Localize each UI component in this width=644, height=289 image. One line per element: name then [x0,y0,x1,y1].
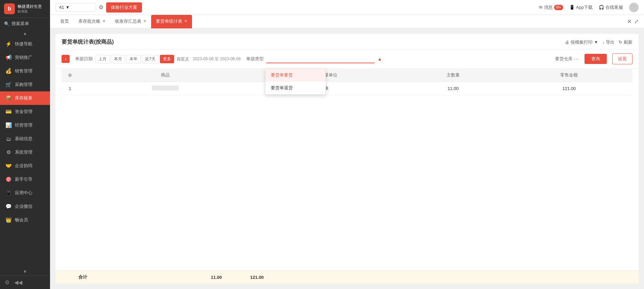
sidebar-item-label: 系统管理 [15,149,32,155]
sidebar-item-label: 销售管理 [15,68,32,74]
quick-nav-icon: ⚡ [5,41,11,47]
warehouse-filter-more[interactable]: ··· [574,55,579,63]
tabbar-actions: ✕ ⤢ [627,18,639,25]
date-custom-btn[interactable]: 自定义 [177,56,189,62]
date-range-display: 2023-05-06 至 2023-06-06 [193,56,241,62]
tab-recv-summary[interactable]: 收发存汇总表 ✕ [110,15,151,28]
tab-inventory-batch[interactable]: 库存批次账 ✕ [74,15,110,28]
sidebar-item-system[interactable]: ⚙ 系统管理 [0,146,50,159]
topbar: 41 ▼ ⚙ 体验行业方案 ✉ 消息 99+ 📱 App下载 🎧 在线客服 [50,0,644,15]
support-item[interactable]: 🎧 在线客服 [599,4,623,10]
sidebar-item-operations[interactable]: 📊 经营管理 [0,118,50,132]
sidebar-item-label: 快捷导航 [15,41,32,47]
type-filter-group: 单据类型 ▲ [246,55,550,63]
type-filter-input[interactable] [266,55,375,63]
sidebar-item-member[interactable]: 👑 畅会员 [0,213,50,227]
sidebar-item-guide[interactable]: 🎯 新手引导 [0,173,50,186]
date-btn-more[interactable]: 更多 [160,55,174,63]
print-action[interactable]: 🖨 按模板打印 ▼ [565,39,598,45]
table-container: ⚙ 商品 主计量单位 主数量 零售金额 1 [55,69,639,270]
topbar-left: 41 ▼ ⚙ 体验行业方案 [55,2,535,13]
system-icon: ⚙ [5,149,11,155]
header-actions: 🖨 按模板打印 ▼ ↓ 导出 ↻ 刷新 [565,39,633,45]
date-btn-this-month[interactable]: 本月 [111,55,125,63]
col-qty: 主数量 [401,69,506,82]
table-body: 1 块 11.00 121.00 [62,82,633,95]
tab-order-summary[interactable]: 要货单统计表 ✕ [151,15,192,28]
search-label: 搜索菜单 [11,21,29,27]
sidebar-collapse-icon[interactable]: ◀◀ [14,279,22,286]
sidebar-item-label: 经营管理 [15,122,32,128]
refresh-action[interactable]: ↻ 刷新 [619,39,633,45]
content-area: 要货单统计表(按商品) 🖨 按模板打印 ▼ ↓ 导出 ↻ 刷新 [50,28,644,289]
tab-recv-summary-label: 收发存汇总表 [115,18,141,24]
operations-icon: 📊 [5,122,11,128]
trial-button[interactable]: 体验行业方案 [106,2,142,13]
sidebar-settings-icon[interactable]: ⚙ [5,279,9,286]
query-button[interactable]: 查询 [585,54,607,64]
dropdown-item-order-return[interactable]: 要货单退货 [265,82,326,94]
sidebar-item-label: 采购管理 [15,82,32,88]
store-selector[interactable]: 41 ▼ [55,3,96,12]
app-download-icon: 📱 [569,5,575,10]
type-filter-arrow[interactable]: ▲ [377,56,382,62]
sales-icon: 💰 [5,68,11,74]
sidebar-search[interactable]: 🔍 搜索菜单 [0,18,50,29]
messages-item[interactable]: ✉ 消息 99+ [539,4,563,10]
date-filter-label: 单据日期 [75,56,93,62]
topbar-settings-icon[interactable]: ⚙ [99,4,103,10]
tab-recv-summary-close[interactable]: ✕ [143,19,146,23]
sidebar-item-sales[interactable]: 💰 销售管理 [0,64,50,78]
finance-icon: 💳 [5,109,11,115]
sidebar-item-label: 企业微信 [15,203,32,209]
dropdown-item-order-goods[interactable]: 要货单要货 [265,69,326,82]
col-amount: 零售金额 [506,69,633,82]
sidebar-scroll-down[interactable]: ▼ [0,268,50,275]
type-filter-label: 单据类型 [246,56,264,62]
tab-inventory-batch-close[interactable]: ✕ [102,19,105,23]
export-action[interactable]: ↓ 导出 [602,39,615,45]
date-btn-7days[interactable]: 近7天 [142,55,159,63]
date-options: 上月 本月 本年 近7天 更多 [95,55,174,63]
logo-text: 畅捷通好生意 标准版 [18,4,42,14]
footer-qty: 11.00 [196,275,237,280]
tab-order-summary-close[interactable]: ✕ [184,19,187,23]
table-header: ⚙ 商品 主计量单位 主数量 零售金额 [62,69,633,82]
sidebar-item-app-center[interactable]: 📱 应用中心 [0,186,50,200]
sidebar-scroll-up[interactable]: ▲ [0,29,50,37]
app-download-item[interactable]: 📱 App下载 [569,4,593,10]
app-center-icon: 📱 [5,190,11,196]
filter-expand-button[interactable]: › [62,55,70,63]
tab-expand-button[interactable]: ⤢ [634,18,639,25]
sidebar-item-enterprise[interactable]: 🤝 企业协同 [0,159,50,173]
table-settings-icon[interactable]: ⚙ [68,73,72,78]
sidebar-item-base-info[interactable]: 🗂 基础信息 [0,132,50,146]
avatar[interactable] [629,3,639,12]
tab-close-all-button[interactable]: ✕ [627,18,631,25]
date-filter-group: 单据日期 上月 本月 本年 近7天 更多 自定义 2023-05-06 至 20… [75,55,241,63]
tab-order-summary-label: 要货单统计表 [156,18,182,24]
sidebar-item-label: 营销推广 [15,54,32,61]
base-info-icon: 🗂 [5,136,11,142]
sidebar-item-label: 企业协同 [15,163,32,169]
date-btn-last-month[interactable]: 上月 [95,55,110,63]
sidebar-item-purchase[interactable]: 🛒 采购管理 [0,78,50,91]
product-name-placeholder [152,86,179,90]
sidebar-item-finance[interactable]: 💳 资金管理 [0,105,50,118]
sidebar-item-marketing[interactable]: 📢 营销推广 [0,51,50,64]
purchase-icon: 🛒 [5,82,11,88]
enterprise-icon: 🤝 [5,163,11,169]
data-table: ⚙ 商品 主计量单位 主数量 零售金额 1 [62,69,633,95]
main-area: 41 ▼ ⚙ 体验行业方案 ✉ 消息 99+ 📱 App下载 🎧 在线客服 [50,0,644,289]
col-settings[interactable]: ⚙ [62,69,78,82]
date-btn-this-year[interactable]: 本年 [126,55,141,63]
member-icon: 👑 [5,217,11,223]
tab-home[interactable]: 首页 [55,15,74,28]
support-icon: 🎧 [599,5,604,10]
sidebar-item-quick-nav[interactable]: ⚡ 快捷导航 [0,37,50,51]
store-dropdown-icon: ▼ [65,5,70,10]
sidebar-item-inventory[interactable]: 📦 库存核算 [0,91,50,105]
sidebar-item-wechat[interactable]: 💬 企业微信 [0,200,50,213]
settings-button[interactable]: 设置 [612,53,633,64]
guide-icon: 🎯 [5,176,11,182]
